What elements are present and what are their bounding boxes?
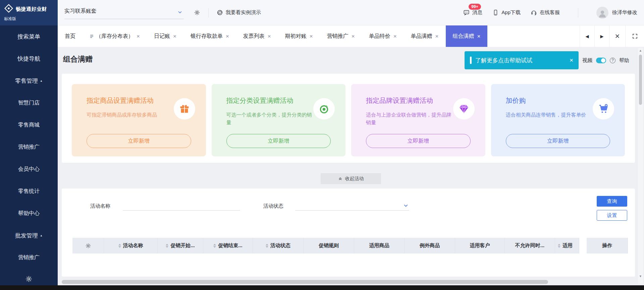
column-label: 促销开始... — [170, 242, 195, 249]
help-tooltip: 了解更多点击帮助试试 × — [465, 51, 579, 69]
column-header-促销结束...[interactable]: 促销结束... — [203, 238, 253, 253]
horizontal-scrollbar-thumb[interactable] — [62, 280, 548, 284]
vertical-scrollbar-thumb[interactable] — [639, 55, 642, 105]
sidebar-item-会员中心[interactable]: 会员中心 ▲ — [0, 158, 58, 180]
sidebar-item-营销推广[interactable]: 营销推广 ▲ — [0, 136, 58, 158]
sidebar-item-营销推广[interactable]: 营销推广 ▲ — [0, 246, 58, 269]
online-service-button[interactable]: 在线客服 — [531, 9, 560, 16]
activity-status-select[interactable] — [295, 201, 409, 211]
video-toggle[interactable] — [596, 58, 606, 63]
column-header-适用[interactable]: 适用 — [555, 238, 579, 253]
sort-icon[interactable] — [166, 244, 168, 248]
sidebar-item-零售统计[interactable]: 零售统计 ▲ — [0, 180, 58, 202]
sidebar-item-帮助中心[interactable]: 帮助中心 ▲ — [0, 202, 58, 224]
tab-close-icon[interactable]: × — [393, 33, 397, 39]
app-download-button[interactable]: App下载 — [492, 9, 521, 16]
tab-close-icon[interactable]: × — [310, 33, 313, 39]
tab-close-icon[interactable]: × — [268, 33, 271, 39]
column-header-适用商品[interactable]: 适用商品 — [354, 238, 405, 253]
tooltip-accent-bar — [470, 57, 472, 64]
tab-期初对账[interactable]: 期初对账 × — [278, 25, 320, 47]
tab-单品特价[interactable]: 单品特价 × — [362, 25, 404, 47]
scroll-up-arrow-icon[interactable]: ▲ — [638, 48, 643, 53]
sidebar-item-label: 营销推广 — [18, 144, 40, 151]
sort-icon[interactable] — [213, 244, 216, 248]
tab-scroll-right-button[interactable]: ▶ — [594, 25, 609, 47]
sort-icon[interactable] — [558, 244, 560, 248]
column-label: 活动状态 — [270, 242, 290, 249]
column-header-不允许同时...[interactable]: 不允许同时... — [505, 238, 555, 253]
column-header-活动名称[interactable]: 活动名称 — [104, 238, 158, 253]
column-header-促销开始...[interactable]: 促销开始... — [158, 238, 203, 253]
tab-close-icon[interactable]: × — [477, 33, 481, 39]
sidebar-item-快捷导航[interactable]: 快捷导航 ▲ — [0, 48, 58, 70]
double-chevron-up-icon — [338, 176, 342, 181]
query-button[interactable]: 查询 — [597, 196, 627, 207]
help-question-icon[interactable]: ? — [610, 58, 615, 63]
scroll-down-arrow-icon[interactable]: ▼ — [638, 274, 643, 279]
add-now-button[interactable]: 立即新增 — [366, 134, 471, 148]
title-right-tools: 了解更多点击帮助试试 × 视频 ? 帮助 — [465, 51, 629, 69]
promo-card-description: 适合与上游企业联合做营销，提升品牌销量 — [366, 111, 452, 127]
tab-营销推广[interactable]: 营销推广 × — [320, 25, 362, 47]
online-service-label: 在线客服 — [540, 9, 560, 16]
add-now-button[interactable]: 立即新增 — [506, 134, 610, 148]
demo-link[interactable]: 我要看实例演示 — [217, 9, 261, 16]
activity-name-input[interactable] — [123, 201, 240, 211]
target-icon — [318, 103, 330, 115]
promo-card: 指定商品设置满赠活动 可指定滞销商品或库存较多商品 — [72, 84, 206, 156]
chevron-down-icon — [177, 10, 182, 15]
tab-close-icon[interactable]: × — [226, 33, 229, 39]
close-all-tabs-button[interactable]: × — [609, 25, 625, 47]
tab-close-icon[interactable]: × — [137, 33, 140, 39]
sidebar-item-搜索菜单[interactable]: 搜索菜单 ▲ — [0, 25, 58, 48]
user-menu[interactable]: 徐泽华修改 — [596, 7, 637, 19]
column-header-例外商品[interactable]: 例外商品 — [405, 238, 455, 253]
column-header-gear[interactable] — [72, 238, 104, 253]
collapse-activities-button[interactable]: 收起活动 — [321, 173, 381, 184]
tooltip-close-icon[interactable]: × — [570, 57, 573, 64]
tab-发票列表[interactable]: 发票列表 × — [236, 25, 278, 47]
sidebar-item-批发管理[interactable]: 批发管理 ▲ — [0, 224, 58, 246]
tab-label: 单品满赠 — [411, 33, 432, 40]
column-label: 促销结束... — [218, 242, 243, 249]
sort-icon[interactable] — [266, 244, 268, 248]
tab-单品满赠[interactable]: 单品满赠 × — [404, 25, 446, 47]
headset-icon — [531, 9, 537, 16]
tab-（库存分布表）[interactable]: （库存分布表） × — [83, 25, 147, 47]
add-now-button[interactable]: 立即新增 — [87, 134, 191, 148]
promo-card-icon — [593, 98, 614, 120]
sidebar-settings-button[interactable] — [0, 275, 58, 283]
sidebar-item-智慧门店[interactable]: 智慧门店 ▲ — [0, 92, 58, 114]
tab-close-icon[interactable]: × — [435, 33, 439, 39]
tab-nav: ◀ ▶ × — [580, 25, 644, 47]
sort-icon[interactable] — [118, 244, 121, 248]
sidebar-item-零售商城[interactable]: 零售商城 ▲ — [0, 114, 58, 136]
promo-card-description: 适合相关商品连带销售，提升客单价 — [506, 111, 592, 119]
messages-button[interactable]: 99+ 消息 — [463, 9, 482, 16]
column-header-活动状态[interactable]: 活动状态 — [253, 238, 304, 253]
tab-日记账[interactable]: 日记账 × — [147, 25, 183, 47]
horizontal-scrollbar[interactable] — [62, 280, 635, 284]
tab-scroll-left-button[interactable]: ◀ — [580, 25, 594, 47]
activity-list-panel: 活动名称 活动状态 查询 设置 活动名称 促销开始... 促销结束... 活动状… — [62, 189, 635, 277]
account-settings-gear-icon[interactable] — [194, 9, 200, 16]
account-set-select[interactable]: 实习联系账套 — [64, 6, 184, 19]
column-header-操作[interactable]: 操作 — [587, 238, 628, 253]
tab-银行存取款单[interactable]: 银行存取款单 × — [183, 25, 236, 47]
vertical-scrollbar[interactable]: ▲ ▼ — [638, 48, 643, 284]
sidebar-item-label: 会员中心 — [18, 166, 40, 173]
add-now-button[interactable]: 立即新增 — [226, 134, 331, 148]
settings-button[interactable]: 设置 — [597, 210, 627, 221]
column-header-适用客户[interactable]: 适用客户 — [455, 238, 505, 253]
column-header-促销规则[interactable]: 促销规则 — [304, 238, 354, 253]
tab-组合满赠[interactable]: 组合满赠 × — [446, 25, 488, 47]
tab-首页[interactable]: 首页 × — [58, 25, 83, 47]
sidebar-item-零售管理[interactable]: 零售管理 ▲ — [0, 70, 58, 92]
gift-icon — [179, 103, 190, 115]
logo-block[interactable]: 畅捷通好业财 标准版 — [0, 0, 58, 25]
fullscreen-button[interactable] — [625, 25, 644, 47]
tab-close-icon[interactable]: × — [173, 33, 176, 39]
help-label[interactable]: 帮助 — [619, 57, 629, 64]
tab-close-icon[interactable]: × — [352, 33, 355, 39]
